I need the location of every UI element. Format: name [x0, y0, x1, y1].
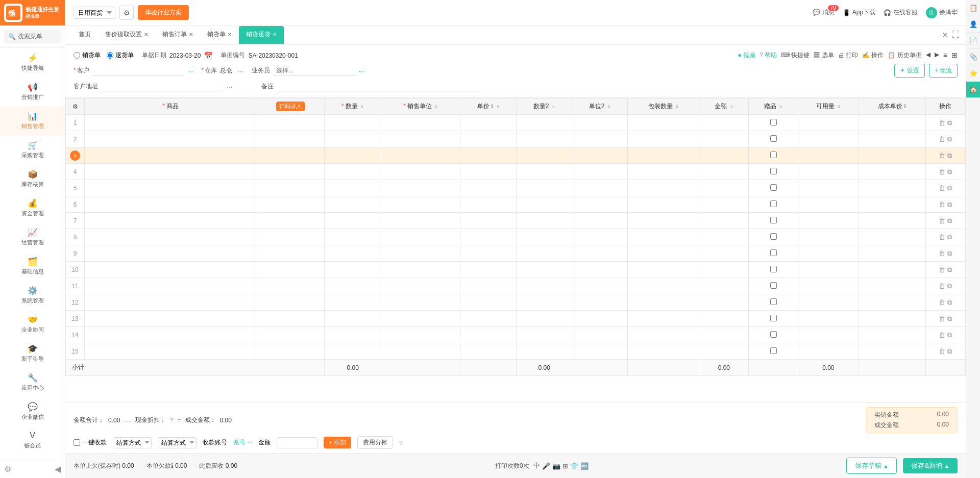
gift-checkbox-10[interactable]	[770, 266, 777, 272]
row-unit2-10[interactable]	[572, 262, 628, 278]
delete-row-8[interactable]: 🗑	[939, 233, 945, 241]
tab-maximize-icon[interactable]: ⛶	[951, 30, 960, 40]
add-button[interactable]: + 添加	[324, 437, 351, 448]
row-pack-qty-14[interactable]	[628, 327, 699, 343]
tab-sales-order[interactable]: 销售订单 ✕	[155, 26, 200, 44]
row-qty2-8[interactable]	[517, 229, 572, 245]
row-pack-qty-11[interactable]	[628, 278, 699, 294]
row-sales-unit-14[interactable]	[381, 327, 460, 343]
row-cost-price-4[interactable]	[859, 164, 925, 180]
row-pack-qty-13[interactable]	[628, 311, 699, 327]
row-product-14[interactable]	[85, 327, 257, 343]
print-link[interactable]: 🖨 打印	[838, 51, 858, 60]
calendar-icon[interactable]: 📅	[204, 52, 212, 60]
row-available-5[interactable]	[798, 180, 859, 196]
row-cost-price-13[interactable]	[859, 311, 925, 327]
row-amount-14[interactable]	[699, 327, 749, 343]
salesperson-input[interactable]	[273, 66, 356, 76]
sidebar-item-purchase[interactable]: 🛒 采购管理	[0, 135, 65, 164]
row-unit2-3[interactable]	[572, 147, 628, 164]
gift-checkbox-14[interactable]	[770, 331, 777, 338]
copy-row-14[interactable]: ⧉	[947, 331, 952, 339]
row-qty2-7[interactable]	[517, 213, 572, 229]
row-qty-10[interactable]	[325, 262, 381, 278]
category-select[interactable]: 日用百货	[74, 7, 115, 19]
scan-input-button[interactable]: 扫码录入	[276, 102, 305, 111]
grid-view-icon[interactable]: ⊞	[951, 51, 958, 60]
sidebar-item-shortcut[interactable]: ⚡ 快捷导航	[0, 48, 65, 77]
settings-button[interactable]: ✦ 设置	[894, 64, 924, 78]
row-cost-price-14[interactable]	[859, 327, 925, 343]
col-header-gear[interactable]: ⚙	[66, 98, 85, 115]
row-sales-unit-10[interactable]	[381, 262, 460, 278]
row-cost-price-8[interactable]	[859, 229, 925, 245]
row-amount-3[interactable]	[699, 147, 749, 164]
tab-price-settings[interactable]: 售价提取设置 ✕	[98, 26, 155, 44]
topbar-gear-button[interactable]: ⚙	[119, 6, 134, 20]
row-qty2-9[interactable]	[517, 245, 572, 262]
shortcut-link[interactable]: ⌨ 快捷键	[781, 51, 810, 60]
row-product-10[interactable]	[85, 262, 257, 278]
row-sales-unit-8[interactable]	[381, 229, 460, 245]
row-unit-price-13[interactable]	[460, 311, 517, 327]
customer-input[interactable]	[92, 66, 184, 76]
copy-row-9[interactable]: ⧉	[947, 249, 952, 258]
gift-checkbox-11[interactable]	[770, 282, 777, 289]
row-cost-price-10[interactable]	[859, 262, 925, 278]
row-amount-11[interactable]	[699, 278, 749, 294]
row-qty-13[interactable]	[325, 311, 381, 327]
row-sales-unit-9[interactable]	[381, 245, 460, 262]
radio-sales-return[interactable]: 退货单	[107, 51, 134, 60]
copy-row-1[interactable]: ⧉	[947, 119, 952, 127]
sidebar-item-enterprise[interactable]: 🤝 企业协同	[0, 310, 65, 339]
copy-row-10[interactable]: ⧉	[947, 266, 952, 274]
stat2-info[interactable]: ℹ	[171, 462, 174, 469]
sidebar-item-guide[interactable]: 🎓 新手引导	[0, 339, 65, 368]
address-input[interactable]	[101, 82, 224, 91]
row-qty2-1[interactable]	[517, 115, 572, 131]
row-amount-10[interactable]	[699, 262, 749, 278]
row-sales-unit-6[interactable]	[381, 196, 460, 213]
row-qty-6[interactable]	[325, 196, 381, 213]
search-menu-button[interactable]: 🔍 搜索菜单	[4, 30, 61, 43]
prev-record-icon[interactable]: ◀	[926, 51, 930, 60]
row-unit2-1[interactable]	[572, 115, 628, 131]
row-qty2-12[interactable]	[517, 294, 572, 311]
row-amount-6[interactable]	[699, 196, 749, 213]
row-amount-8[interactable]	[699, 229, 749, 245]
row-pack-qty-6[interactable]	[628, 196, 699, 213]
row-product-2[interactable]	[85, 131, 257, 147]
shirt-icon[interactable]: 👕	[570, 462, 578, 470]
row-available-2[interactable]	[798, 131, 859, 147]
delete-row-4[interactable]: 🗑	[939, 168, 945, 175]
row-unit-price-2[interactable]	[460, 131, 517, 147]
row-product-9[interactable]	[85, 245, 257, 262]
cost-allocation-button[interactable]: 费用分摊	[357, 436, 393, 449]
row-gift-14[interactable]	[749, 327, 798, 343]
gift-checkbox-12[interactable]	[770, 298, 777, 305]
voice-icon[interactable]: 🎤	[542, 462, 550, 470]
delete-row-9[interactable]: 🗑	[939, 249, 945, 257]
address-select-icon[interactable]: ···	[227, 83, 233, 91]
row-sales-unit-15[interactable]	[381, 343, 460, 360]
row-available-15[interactable]	[798, 343, 859, 360]
right-bar-item-1[interactable]: 📋	[966, 0, 980, 16]
sidebar-item-operation[interactable]: 📈 经营管理	[0, 222, 65, 251]
delete-row-14[interactable]: 🗑	[939, 331, 945, 339]
gift-checkbox-5[interactable]	[770, 184, 777, 191]
row-qty-11[interactable]	[325, 278, 381, 294]
row-pack-qty-15[interactable]	[628, 343, 699, 360]
sidebar-item-apps[interactable]: 🔧 应用中心	[0, 368, 65, 397]
video-link[interactable]: ● 视频	[738, 51, 756, 60]
row-unit-price-6[interactable]	[460, 196, 517, 213]
row-pack-qty-4[interactable]	[628, 164, 699, 180]
row-gift-15[interactable]	[749, 343, 798, 360]
app-download-button[interactable]: 📱 App下载	[843, 8, 875, 17]
row-cost-price-6[interactable]	[859, 196, 925, 213]
row-gift-3[interactable]	[749, 147, 798, 164]
delete-row-1[interactable]: 🗑	[939, 119, 945, 127]
row-pack-qty-8[interactable]	[628, 229, 699, 245]
copy-row-15[interactable]: ⧉	[947, 347, 952, 356]
row-unit-price-9[interactable]	[460, 245, 517, 262]
row-qty2-15[interactable]	[517, 343, 572, 360]
